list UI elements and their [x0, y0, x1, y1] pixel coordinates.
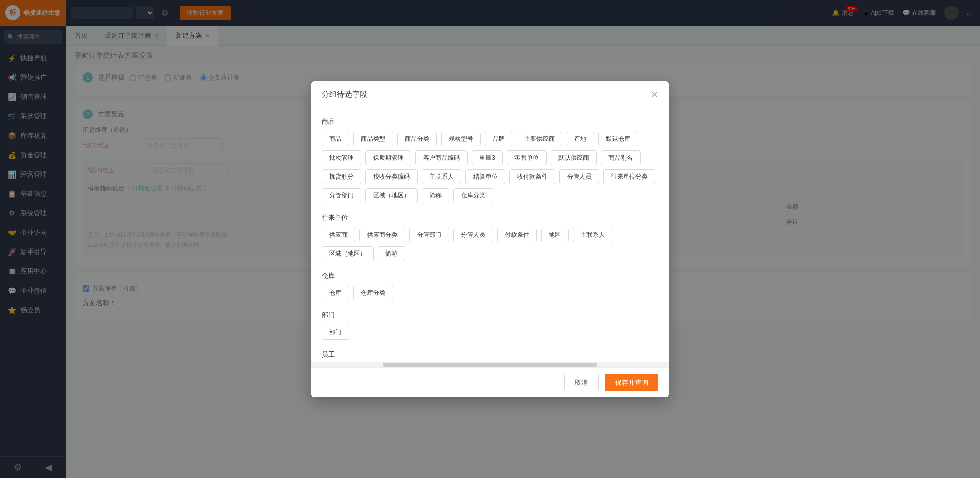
field-tags-department: 部门 — [322, 325, 658, 340]
field-tag-mgmt-dept[interactable]: 分管部门 — [322, 188, 361, 203]
field-tag-default-supplier[interactable]: 默认供应商 — [551, 150, 597, 165]
modal-horizontal-scrollbar[interactable] — [311, 362, 669, 367]
section-product: 商品商品商品类型商品分类规格型号品牌主要供应商产地默认仓库批次管理保质期管理客户… — [322, 117, 658, 203]
field-tag-warehouse[interactable]: 仓库 — [322, 286, 349, 300]
field-tags-product: 商品商品类型商品分类规格型号品牌主要供应商产地默认仓库批次管理保质期管理客户商品… — [322, 132, 658, 203]
field-tags-warehouse: 仓库仓库分类 — [322, 286, 658, 300]
section-title-warehouse: 仓库 — [322, 271, 658, 281]
field-tag-main-contact[interactable]: 主联系人 — [422, 169, 461, 184]
field-tag-manager[interactable]: 分管人员 — [559, 169, 599, 184]
modal-header: 分组待选字段 ✕ — [311, 81, 669, 109]
field-tag-main-supplier[interactable]: 主要供应商 — [517, 132, 562, 146]
field-tags-counterparty: 供应商供应商分类分管部门分管人员付款条件地区主联系人区域（地区）简称 — [322, 228, 658, 261]
modal-footer: 取消 保存并查询 — [311, 367, 669, 397]
field-tag-payment-terms[interactable]: 收付款条件 — [509, 169, 555, 184]
section-warehouse: 仓库仓库仓库分类 — [322, 271, 658, 300]
field-tag-source-unit-category[interactable]: 往来单位分类 — [603, 169, 655, 184]
field-tag-product-type[interactable]: 商品类型 — [353, 132, 393, 146]
field-tag-dept2[interactable]: 分管部门 — [409, 228, 449, 242]
field-tag-warehouse-category[interactable]: 仓库分类 — [453, 188, 493, 203]
field-tag-weight3[interactable]: 重量3 — [472, 150, 503, 165]
field-tag-customer-code[interactable]: 客户商品编码 — [415, 150, 468, 165]
field-tag-pickup-points[interactable]: 拣货积分 — [322, 169, 361, 184]
field-tag-retail-unit[interactable]: 零售单位 — [507, 150, 547, 165]
field-tag-pay-terms[interactable]: 付款条件 — [497, 228, 537, 242]
save-button[interactable]: 保存并查询 — [605, 374, 658, 391]
field-tag-brand[interactable]: 品牌 — [485, 132, 512, 146]
field-tag-region-locale2[interactable]: 区域（地区） — [322, 246, 374, 261]
field-tag-expiry-mgmt[interactable]: 保质期管理 — [365, 150, 411, 165]
field-tag-origin[interactable]: 产地 — [567, 132, 594, 146]
section-title-employee: 员工 — [322, 350, 658, 359]
field-tag-region-locale[interactable]: 区域（地区） — [365, 188, 418, 203]
field-tag-default-warehouse[interactable]: 默认仓库 — [598, 132, 638, 146]
section-title-product: 商品 — [322, 117, 658, 127]
field-tag-short-name[interactable]: 简称 — [422, 188, 449, 203]
section-department: 部门部门 — [322, 311, 658, 340]
field-tag-region2[interactable]: 地区 — [541, 228, 569, 242]
modal-body[interactable]: 商品商品商品类型商品分类规格型号品牌主要供应商产地默认仓库批次管理保质期管理客户… — [311, 109, 669, 363]
field-selection-modal: 分组待选字段 ✕ 商品商品商品类型商品分类规格型号品牌主要供应商产地默认仓库批次… — [311, 81, 669, 397]
field-tag-product[interactable]: 商品 — [322, 132, 349, 146]
field-tag-tax-code[interactable]: 税收分类编码 — [365, 169, 418, 184]
section-title-department: 部门 — [322, 311, 658, 320]
field-tag-manager2[interactable]: 分管人员 — [453, 228, 493, 242]
field-tag-batch-mgmt[interactable]: 批次管理 — [322, 150, 361, 165]
field-tag-contact2[interactable]: 主联系人 — [573, 228, 612, 242]
field-tag-warehouse-cat[interactable]: 仓库分类 — [353, 286, 393, 300]
field-tag-supplier[interactable]: 供应商 — [322, 228, 355, 242]
modal-close-button[interactable]: ✕ — [651, 89, 658, 100]
field-tag-settlement-unit[interactable]: 结算单位 — [465, 169, 505, 184]
field-tag-product-category[interactable]: 商品分类 — [397, 132, 437, 146]
cancel-button[interactable]: 取消 — [564, 374, 599, 391]
section-title-counterparty: 往来单位 — [322, 213, 658, 222]
section-counterparty: 往来单位供应商供应商分类分管部门分管人员付款条件地区主联系人区域（地区）简称 — [322, 213, 658, 261]
field-tag-supplier-category[interactable]: 供应商分类 — [359, 228, 405, 242]
section-employee: 员工业务员 — [322, 350, 658, 363]
modal-title: 分组待选字段 — [322, 90, 368, 99]
field-tag-short-name2[interactable]: 简称 — [378, 246, 405, 261]
field-tag-product-alias[interactable]: 商品别名 — [601, 150, 641, 165]
field-tag-dept[interactable]: 部门 — [322, 325, 349, 340]
scrollbar-thumb — [383, 363, 597, 367]
field-tag-spec-type[interactable]: 规格型号 — [441, 132, 481, 146]
